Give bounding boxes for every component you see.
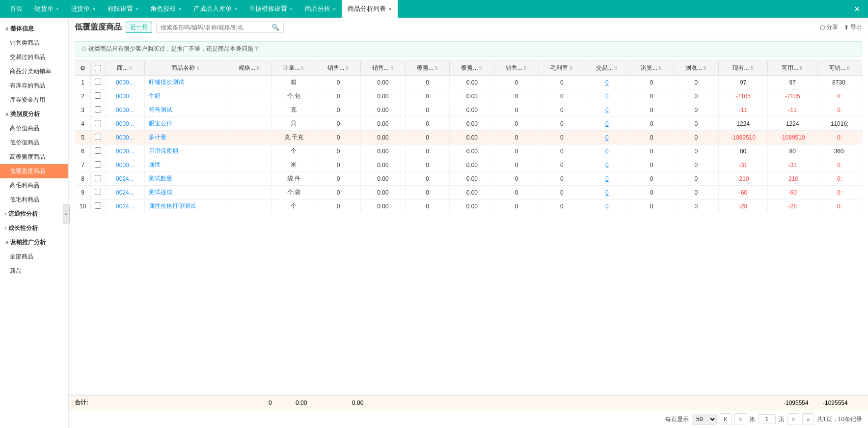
row-trade[interactable]: 0 bbox=[585, 158, 629, 172]
row-checkbox-cell[interactable] bbox=[91, 103, 106, 117]
nav-item-sales[interactable]: 销货单 × bbox=[28, 0, 65, 18]
close-product-in-icon[interactable]: × bbox=[234, 0, 237, 18]
row-code[interactable]: 0024... bbox=[106, 186, 145, 200]
row-code[interactable]: 0024... bbox=[106, 200, 145, 213]
row-code[interactable]: 0000... bbox=[106, 158, 145, 172]
th-trade[interactable]: 交易...⇅ bbox=[585, 61, 629, 76]
th-sales-price[interactable]: 销售...⇅ bbox=[494, 61, 539, 76]
select-all-checkbox[interactable] bbox=[95, 65, 101, 71]
sidebar-section-overall[interactable]: ∨ 整体信息 bbox=[0, 22, 68, 36]
sidebar-item-traded-goods[interactable]: 交易过的商品 bbox=[0, 50, 68, 64]
row-trade[interactable]: 0 bbox=[585, 89, 629, 103]
row-checkbox[interactable] bbox=[95, 120, 101, 126]
close-permissions-icon[interactable]: × bbox=[136, 0, 138, 18]
sidebar-item-new-goods[interactable]: 新品 bbox=[0, 264, 68, 278]
close-roles-icon[interactable]: × bbox=[178, 0, 181, 18]
sidebar-item-stock-capital[interactable]: 库存资金占用 bbox=[0, 93, 68, 107]
row-name[interactable]: 属性价格打印测试 bbox=[144, 200, 227, 213]
row-checkbox[interactable] bbox=[95, 202, 101, 209]
row-name[interactable]: 眼宝公仔 bbox=[144, 117, 227, 131]
next-page-button[interactable]: > bbox=[787, 413, 799, 425]
close-template-icon[interactable]: × bbox=[290, 0, 293, 18]
th-code[interactable]: 商...⇅ bbox=[106, 61, 145, 76]
th-sales-amount[interactable]: 销售...⇅ bbox=[361, 61, 406, 76]
row-checkbox-cell[interactable] bbox=[91, 186, 106, 200]
th-settings[interactable]: ⚙ bbox=[75, 61, 91, 76]
th-spec[interactable]: 规格...⇅ bbox=[227, 61, 271, 76]
row-name[interactable]: 属性 bbox=[144, 158, 227, 172]
sidebar-item-in-stock-goods[interactable]: 有库存的商品 bbox=[0, 79, 68, 93]
row-checkbox-cell[interactable] bbox=[91, 172, 106, 186]
row-checkbox-cell[interactable] bbox=[91, 131, 106, 144]
row-checkbox[interactable] bbox=[95, 161, 101, 168]
close-sales-icon[interactable]: × bbox=[56, 0, 59, 18]
row-checkbox-cell[interactable] bbox=[91, 76, 106, 89]
th-sellable[interactable]: 可销...⇅ bbox=[817, 61, 862, 76]
row-name[interactable]: 启用保质期 bbox=[144, 144, 227, 158]
row-trade[interactable]: 0 bbox=[585, 172, 629, 186]
row-checkbox-cell[interactable] bbox=[91, 89, 106, 103]
per-page-select[interactable]: 50 100 200 bbox=[692, 414, 717, 425]
period-button[interactable]: 近一月 bbox=[126, 22, 152, 33]
row-code[interactable]: 0000... bbox=[106, 76, 145, 89]
th-unit[interactable]: 计量...⇅ bbox=[271, 61, 316, 76]
sidebar-collapse-button[interactable]: « bbox=[63, 204, 70, 224]
row-trade[interactable]: 0 bbox=[585, 131, 629, 144]
sidebar-item-category-rate[interactable]: 商品分类动销率 bbox=[0, 64, 68, 79]
sidebar-item-all-goods[interactable]: 全部商品 bbox=[0, 250, 68, 264]
row-code[interactable]: 0000... bbox=[106, 144, 145, 158]
row-trade[interactable]: 0 bbox=[585, 117, 629, 131]
sidebar-item-low-margin[interactable]: 低毛利商品 bbox=[0, 193, 68, 207]
row-checkbox[interactable] bbox=[95, 147, 101, 154]
row-code[interactable]: 0000... bbox=[106, 103, 145, 117]
search-input[interactable] bbox=[161, 24, 270, 31]
row-checkbox[interactable] bbox=[95, 92, 101, 99]
sidebar-item-sales-goods[interactable]: 销售类商品 bbox=[0, 36, 68, 50]
row-checkbox-cell[interactable] bbox=[91, 158, 106, 172]
sidebar-section-growth[interactable]: › 成长性分析 bbox=[0, 221, 68, 235]
sidebar-section-liquidity[interactable]: › 流通性分析 bbox=[0, 207, 68, 221]
first-page-button[interactable]: K bbox=[720, 413, 732, 425]
sidebar-section-marketing[interactable]: ∨ 营销推广分析 bbox=[0, 235, 68, 250]
row-trade[interactable]: 0 bbox=[585, 144, 629, 158]
th-available-stock[interactable]: 可用...⇅ bbox=[768, 61, 817, 76]
th-coverage1[interactable]: 覆盖...⇅ bbox=[405, 61, 450, 76]
row-checkbox-cell[interactable] bbox=[91, 144, 106, 158]
export-button[interactable]: ⬆ 导出 bbox=[844, 23, 862, 31]
row-checkbox[interactable] bbox=[95, 175, 101, 181]
row-code[interactable]: 0000... bbox=[106, 89, 145, 103]
row-name[interactable]: 测试提成 bbox=[144, 186, 227, 200]
row-checkbox-cell[interactable] bbox=[91, 117, 106, 131]
th-browse2[interactable]: 浏览...⇅ bbox=[674, 61, 719, 76]
th-name[interactable]: 商品名称⇅ bbox=[144, 61, 227, 76]
row-trade[interactable]: 0 bbox=[585, 103, 629, 117]
th-browse1[interactable]: 浏览...⇅ bbox=[629, 61, 674, 76]
share-button[interactable]: ⬡ 分享 bbox=[820, 23, 838, 31]
th-coverage2[interactable]: 覆盖...⇅ bbox=[450, 61, 494, 76]
sidebar-item-high-margin[interactable]: 高毛利商品 bbox=[0, 178, 68, 193]
row-checkbox[interactable] bbox=[95, 134, 101, 140]
row-name[interactable]: 符号测试 bbox=[144, 103, 227, 117]
th-sales-qty[interactable]: 销售...⇅ bbox=[316, 61, 361, 76]
sidebar-section-category[interactable]: ∨ 类别度分析 bbox=[0, 107, 68, 121]
nav-item-product-in[interactable]: 产成品入库单 × bbox=[188, 0, 243, 18]
last-page-button[interactable]: » bbox=[802, 413, 814, 425]
row-trade[interactable]: 0 bbox=[585, 76, 629, 89]
nav-item-template[interactable]: 单据模板设置 × bbox=[243, 0, 298, 18]
close-purchase-icon[interactable]: × bbox=[92, 0, 95, 18]
row-trade[interactable]: 0 bbox=[585, 200, 629, 213]
row-name[interactable]: 多计量 bbox=[144, 131, 227, 144]
prev-page-button[interactable]: < bbox=[734, 413, 746, 425]
row-checkbox-cell[interactable] bbox=[91, 200, 106, 213]
sidebar-item-low-coverage[interactable]: 低覆盖度商品 bbox=[0, 164, 68, 178]
page-input[interactable] bbox=[758, 414, 776, 424]
nav-item-roles[interactable]: 角色授权 × bbox=[144, 0, 187, 18]
row-name[interactable]: 牛奶 bbox=[144, 89, 227, 103]
close-analysis-icon[interactable]: × bbox=[333, 0, 336, 18]
top-close-button[interactable]: ✕ bbox=[850, 4, 864, 14]
row-checkbox[interactable] bbox=[95, 189, 101, 195]
close-analysis-list-icon[interactable]: × bbox=[388, 0, 391, 18]
sidebar-item-high-value[interactable]: 高价值商品 bbox=[0, 121, 68, 136]
row-code[interactable]: 0024... bbox=[106, 172, 145, 186]
nav-item-permissions[interactable]: 权限设置 × bbox=[102, 0, 144, 18]
